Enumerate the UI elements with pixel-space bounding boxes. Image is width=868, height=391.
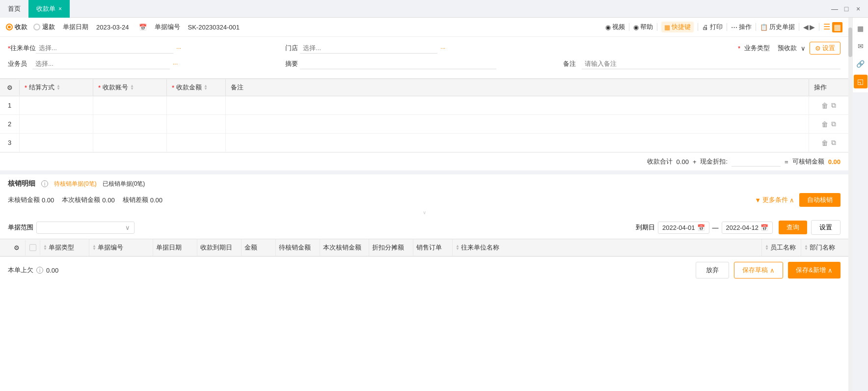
radio-shoukuan[interactable]: 收款 [6,23,27,31]
print-icon: 🖨 [702,24,708,31]
tab-close-icon[interactable]: × [58,5,62,12]
range-select-arrow: ∨ [125,224,130,231]
save-label: 保存&新增 [796,266,826,275]
row2-copy-icon[interactable]: ⧉ [831,120,836,128]
row2-amount[interactable] [167,115,226,133]
row1-delete-icon[interactable]: 🗑 [821,102,828,110]
dth-settings[interactable]: ⚙ [8,240,26,255]
sidebar-icon-2[interactable]: ✉ [854,39,868,53]
range-label: 单据范围 [8,223,33,232]
reconcile-info-icon[interactable]: i [41,180,48,187]
query-btn[interactable]: 查询 [779,221,807,234]
summary-field: 摘要 [285,58,563,69]
history-btn[interactable]: 📋 历史单据 [760,23,795,31]
radio-tuidan[interactable]: 退款 [33,23,55,31]
row1-jiesuan[interactable] [20,96,93,114]
salesperson-more-btn[interactable]: ··· [170,60,181,67]
row3-copy-icon[interactable]: ⧉ [831,139,836,147]
draft-label: 保存草稿 [742,266,768,275]
dth-check[interactable] [26,240,40,255]
store-input[interactable] [300,43,437,54]
video-btn[interactable]: ◉ 视频 [605,23,625,31]
close-button[interactable]: × [854,5,862,13]
bottom-info: 本单上欠 i 0.00 [8,266,58,275]
filter-settings-btn[interactable]: 设置 [811,220,841,235]
auto-reconcile-btn[interactable]: 自动核销 [799,193,841,207]
nav-prev-icon[interactable]: ◀ [803,23,809,31]
store-more-btn[interactable]: ··· [437,45,448,52]
row3-delete-icon[interactable]: 🗑 [821,139,828,147]
row3-remark[interactable] [226,134,809,152]
pending-tab[interactable]: 待核销单据(0笔) [54,180,97,188]
row3-shoukuan[interactable] [93,134,167,152]
row3-jiesuan[interactable] [20,134,93,152]
bottom-bar: 本单上欠 i 0.00 放弃 保存草稿 ∧ 保存&新增 ∧ [0,256,848,283]
nav-next-icon[interactable]: ▶ [810,23,815,31]
action-btn[interactable]: ⋯ 操作 [731,23,752,31]
draft-button[interactable]: 保存草稿 ∧ [734,262,783,279]
summary-input[interactable] [300,58,496,69]
select-all-checkbox[interactable] [29,244,36,251]
calendar-from-icon[interactable]: 📅 [697,224,705,231]
scrollbar[interactable] [848,18,852,391]
summary-row: 收款合计 0.00 + 现金折扣: = 可核销金额 0.00 [0,152,848,170]
divider2 [657,23,657,31]
save-button[interactable]: 保存&新增 ∧ [788,262,841,279]
list-view-icon[interactable]: ☰ [823,22,830,32]
more-conditions-btn[interactable]: ▼ 更多条件 ∧ [755,196,794,204]
row3-num: 3 [0,134,20,152]
tab-active[interactable]: 收款单 × [28,0,70,18]
sidebar-icon-1[interactable]: ▦ [854,22,868,35]
shortcut-btn[interactable]: ▦ 快捷键 [661,22,694,32]
date-calendar-icon[interactable]: 📅 [139,24,147,31]
date-label: 单据日期 [63,23,88,31]
row1-shoukuan[interactable] [93,96,167,114]
dth-partner: ▲▼ 往来单位名称 [453,239,762,256]
row2-shoukuan[interactable] [93,115,167,133]
data-table-header: ⚙ ▲▼ 单据类型 ▲▼ 单据编号 单据日期 收款到期日 [0,239,848,256]
row1-remark[interactable] [226,96,809,114]
done-tab[interactable]: 已核销单据(0笔) [103,180,145,188]
row2-jiesuan[interactable] [20,115,93,133]
maximize-button[interactable]: □ [842,5,850,13]
row1-copy-icon[interactable]: ⧉ [831,101,836,110]
biz-type-arrow[interactable]: ∨ [801,45,806,52]
bottom-info-icon[interactable]: i [36,267,43,274]
date-from-label: 到期日 [636,223,655,232]
divider4 [727,23,727,31]
date-to-input[interactable]: 2022-04-12 📅 [722,222,773,234]
biz-required: * [738,45,740,52]
partner-input[interactable] [36,43,173,54]
range-select[interactable]: ∨ [36,222,135,234]
calendar-to-icon[interactable]: 📅 [760,224,768,231]
grid-view-icon[interactable]: ▦ [832,22,842,32]
filter-row: 单据范围 ∨ 到期日 2022-04-01 📅 — 2022-04-12 [0,216,848,239]
remark-field: 备注 [563,58,841,69]
discount-input[interactable] [732,157,781,167]
partner-label: 往来单位 [10,44,36,53]
equals-sign: = [785,158,788,166]
row3-amount[interactable] [167,134,226,152]
row1-op: 🗑 ⧉ [809,96,848,114]
salesperson-input[interactable] [32,58,170,69]
dth-due-date: 收款到期日 [197,239,242,256]
abandon-button[interactable]: 放弃 [696,262,729,279]
print-btn[interactable]: 🖨 打印 [702,23,723,31]
help-btn[interactable]: ◉ 帮助 [633,23,653,31]
row2-delete-icon[interactable]: 🗑 [821,120,828,128]
sidebar-icon-3[interactable]: 🔗 [854,57,868,71]
row2-remark[interactable] [226,115,809,133]
remark-input[interactable] [582,58,841,69]
date-from-input[interactable]: 2022-04-01 📅 [658,222,709,234]
th-settings[interactable]: ⚙ [0,80,20,95]
dth-employee: ▲▼ 员工名称 [762,239,801,256]
minimize-button[interactable]: — [831,5,839,13]
radio-tuidan-label: 退款 [42,23,55,31]
tab-home[interactable]: 首页 [0,0,28,18]
settings-button[interactable]: ⚙ 设置 [810,42,841,55]
row1-amount[interactable] [167,96,226,114]
scrollbar-thumb[interactable] [848,28,852,57]
sidebar-icon-4[interactable]: ◱ [854,75,868,88]
partner-more-btn[interactable]: ··· [173,45,184,52]
unverified-label: 未核销金额 [8,196,40,204]
